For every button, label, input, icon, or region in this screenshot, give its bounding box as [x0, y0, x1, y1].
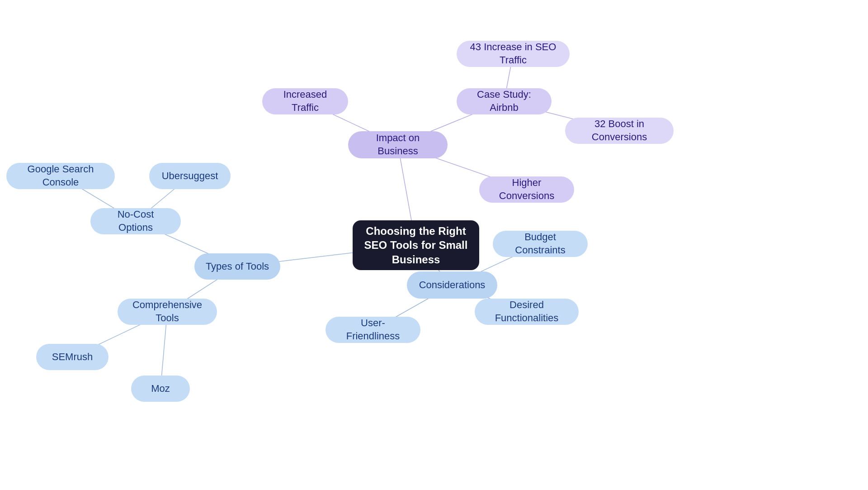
node-seo-traffic: 43 Increase in SEO Traffic: [457, 41, 570, 67]
node-comprehensive: Comprehensive Tools: [118, 299, 217, 325]
node-considerations: Considerations: [407, 271, 497, 299]
node-semrush: SEMrush: [36, 344, 108, 370]
node-budget: Budget Constraints: [493, 231, 588, 257]
node-desired-func: Desired Functionalities: [475, 299, 579, 325]
node-impact: Impact on Business: [348, 131, 448, 158]
node-case-study: Case Study: Airbnb: [457, 88, 552, 114]
node-types-tools: Types of Tools: [194, 253, 280, 280]
node-higher-conversions: Higher Conversions: [479, 176, 574, 203]
node-google-search: Google Search Console: [6, 163, 115, 189]
node-moz: Moz: [131, 376, 190, 402]
node-center: Choosing the Right SEO Tools for Small B…: [353, 220, 479, 270]
node-ubersuggest: Ubersuggest: [149, 163, 231, 189]
node-no-cost: No-Cost Options: [90, 208, 181, 234]
node-user-friendly: User-Friendliness: [326, 317, 420, 343]
node-boost-conversions: 32 Boost in Conversions: [565, 118, 674, 144]
mind-map-container: Choosing the Right SEO Tools for Small B…: [0, 0, 868, 490]
node-increased-traffic: Increased Traffic: [262, 88, 348, 114]
